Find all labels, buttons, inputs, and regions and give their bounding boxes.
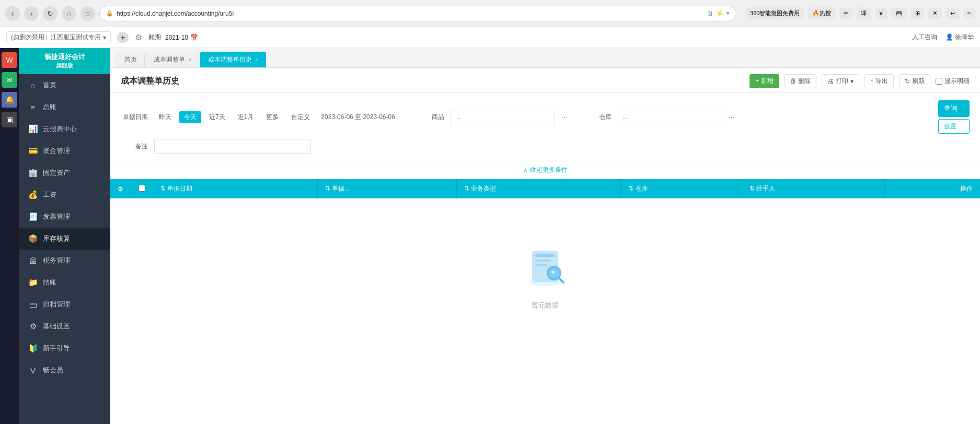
sidebar-item-payroll[interactable]: 💰 工资 — [19, 184, 110, 206]
tab-cost-adjust-history-close[interactable]: × — [255, 57, 258, 63]
select-all-checkbox[interactable] — [139, 185, 145, 192]
back-button[interactable]: ‹ — [5, 6, 20, 21]
main-layout: W ✉ 🔔 ▣ 畅捷通好会计 旗舰版 ⌂ 首页 ≡ 总账 📊 云报表中心 💳 资… — [0, 48, 980, 424]
sidebar-item-label: 基础设置 — [43, 322, 70, 331]
delete-button[interactable]: 🗑 删除 — [785, 74, 816, 88]
user-name: 徐泽华 — [955, 33, 974, 41]
date-btn-today[interactable]: 今天 — [179, 111, 201, 123]
date-btn-7days[interactable]: 近7天 — [204, 111, 230, 123]
sidebar-item-closing[interactable]: 📁 结账 — [19, 272, 110, 293]
sidebar-item-reports[interactable]: 📊 云报表中心 — [19, 118, 110, 140]
tab-home[interactable]: 首页 — [117, 52, 145, 67]
brightness-icon[interactable]: ☀ — [928, 8, 942, 19]
date-btn-custom[interactable]: 自定义 — [286, 111, 315, 123]
goods-more-icon[interactable]: ··· — [561, 113, 568, 121]
scissors-icon[interactable]: ✂ — [839, 8, 852, 19]
tab-cost-adjust-close[interactable]: × — [188, 57, 191, 63]
page-title: 成本调整单历史 — [121, 76, 179, 87]
print-button[interactable]: 🖨 打印 ▾ — [822, 74, 859, 88]
filter-settings-button[interactable]: 设置 — [938, 119, 970, 134]
new-button[interactable]: + 新增 — [750, 74, 779, 88]
sidebar-item-member[interactable]: V 畅会员 — [19, 359, 110, 381]
th-warehouse[interactable]: ⇅ 仓库 — [621, 179, 742, 198]
home-icon: ⌂ — [28, 81, 38, 90]
th-settings[interactable]: ⚙ — [110, 179, 131, 198]
tab-cost-adjust[interactable]: 成本调整单 × — [146, 52, 199, 67]
translate-icon[interactable]: 译 — [857, 7, 871, 19]
refresh-button[interactable]: ↻ 刷新 — [899, 74, 930, 88]
sidebar-item-funds[interactable]: 💳 资金管理 — [19, 140, 110, 162]
sidebar-item-ledger[interactable]: ≡ 总账 — [19, 96, 110, 118]
sidebar-item-label: 工资 — [43, 190, 56, 199]
query-button[interactable]: 查询 — [938, 100, 970, 117]
th-number[interactable]: ⇅ 单据... — [317, 179, 456, 198]
warehouse-more-icon[interactable]: ··· — [729, 113, 735, 121]
remark-input[interactable] — [154, 139, 311, 154]
export-button[interactable]: ↑ 导出 — [864, 74, 894, 88]
sidebar-item-invoice[interactable]: 🧾 发票管理 — [19, 206, 110, 228]
fixed-assets-icon: 🏢 — [28, 168, 38, 178]
coin-icon[interactable]: ¥ — [875, 8, 886, 19]
company-selector[interactable]: (勿删勿禁用）江西服宝测试专用 ▾ — [6, 31, 111, 43]
forward-button[interactable]: › — [24, 6, 39, 21]
chevron-down-icon: ▾ — [727, 10, 730, 17]
th-handler[interactable]: ⇅ 经手人 — [742, 179, 884, 198]
sidebar-item-home[interactable]: ⌂ 首页 — [19, 74, 110, 96]
user-avatar[interactable]: 👤 徐泽华 — [946, 33, 974, 42]
sidebar-item-label: 新手引导 — [43, 344, 70, 353]
warehouse-input[interactable] — [618, 110, 722, 124]
date-btn-more[interactable]: 更多 — [261, 111, 283, 123]
show-detail-checkbox[interactable] — [936, 78, 942, 85]
sidebar-item-settings[interactable]: ⚙ 基础设置 — [19, 315, 110, 337]
invoice-icon: 🧾 — [28, 212, 38, 221]
left-icon-blue[interactable]: 🔔 — [2, 92, 17, 108]
th-biz-type-label: ⇅ 业务类型 — [464, 185, 496, 192]
warehouse-filter-label: 仓库 — [584, 113, 612, 122]
add-company-button[interactable]: + — [117, 32, 129, 43]
date-btn-yesterday[interactable]: 昨天 — [154, 111, 176, 123]
customer-service-btn[interactable]: 人工咨询 — [912, 33, 937, 42]
sidebar-item-tax[interactable]: 🏛 税务管理 — [19, 250, 110, 272]
logo-line2: 旗舰版 — [56, 62, 73, 69]
funds-icon: 💳 — [28, 146, 38, 156]
game-icon[interactable]: 🎮 — [891, 8, 907, 19]
star-button[interactable]: ☆ — [80, 6, 95, 21]
sidebar-item-guide[interactable]: 🔰 新手引导 — [19, 337, 110, 359]
th-biz-type[interactable]: ⇅ 业务类型 — [456, 179, 621, 198]
page-header: 成本调整单历史 + 新增 🗑 删除 🖨 打印 ▾ ↑ 导出 ↻ 刷新 — [110, 68, 980, 93]
print-icon: 🖨 — [827, 78, 834, 85]
left-icon-dark[interactable]: ▣ — [2, 112, 17, 127]
date-shortcuts: 昨天 今天 近7天 近1月 更多 自定义 — [154, 111, 315, 123]
left-icon-red[interactable]: W — [2, 52, 17, 68]
search-icon[interactable]: 360智能抠图免费用 — [746, 7, 804, 19]
collapse-button[interactable]: ∧ 收起更多条件 — [523, 166, 568, 174]
left-icons-bar: W ✉ 🔔 ▣ — [0, 48, 19, 424]
closing-icon: 📁 — [28, 278, 38, 287]
undo-icon[interactable]: ↩ — [946, 8, 959, 19]
left-icon-green[interactable]: ✉ — [2, 72, 17, 88]
th-check[interactable] — [131, 179, 153, 198]
settings-icon[interactable]: ⚙ — [135, 32, 142, 42]
filter-date-row: 单据日期 昨天 今天 近7天 近1月 更多 自定义 2023-06-06 至 2… — [121, 100, 970, 134]
tab-cost-adjust-history[interactable]: 成本调整单历史 × — [200, 52, 266, 67]
hot-search-label[interactable]: 🔥热搜 — [808, 7, 835, 19]
home-button[interactable]: ⌂ — [62, 6, 76, 21]
app-header: (勿删勿禁用）江西服宝测试专用 ▾ + ⚙ 账期 2021-10 📅 人工咨询 … — [0, 27, 980, 48]
sidebar-item-inventory[interactable]: 📦 库存核算 — [19, 228, 110, 250]
goods-input[interactable] — [451, 110, 555, 124]
th-date[interactable]: ⇅ 单据日期 — [153, 179, 318, 198]
sidebar-item-label: 税务管理 — [43, 256, 70, 265]
grid-apps-icon[interactable]: ⊞ — [911, 8, 924, 19]
menu-icon[interactable]: ≡ — [963, 8, 975, 19]
svg-point-8 — [551, 270, 555, 274]
sidebar-item-archive[interactable]: 🗃 归档管理 — [19, 293, 110, 315]
tab-cost-adjust-history-label: 成本调整单历史 — [208, 55, 252, 64]
sidebar-item-fixed-assets[interactable]: 🏢 固定资产 — [19, 162, 110, 184]
url-bar[interactable]: 🔒 https://cloud.chanjet.com/accounting/u… — [99, 6, 736, 21]
refresh-button[interactable]: ↻ — [43, 6, 57, 21]
browser-right-tools: 360智能抠图免费用 🔥热搜 ✂ 译 ¥ 🎮 ⊞ ☀ ↩ ≡ — [746, 7, 975, 19]
date-btn-1month[interactable]: 近1月 — [233, 111, 259, 123]
sidebar-item-label: 畅会员 — [43, 366, 63, 375]
calendar-icon[interactable]: 📅 — [190, 34, 198, 41]
sidebar-item-label: 库存核算 — [43, 234, 70, 243]
